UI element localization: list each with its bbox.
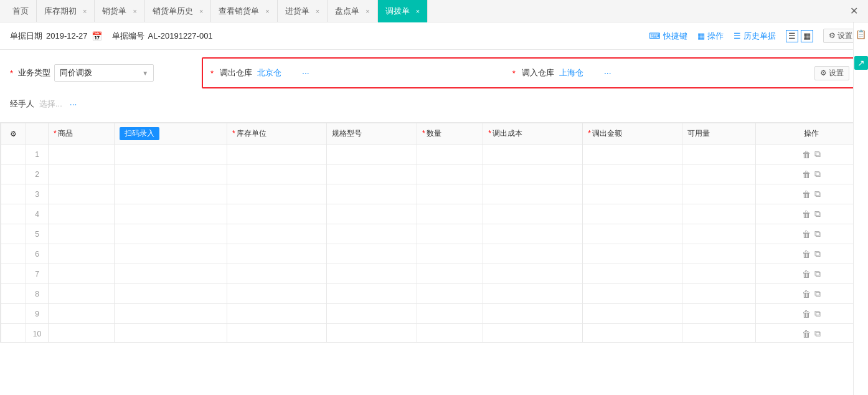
row-product-cell[interactable] — [49, 244, 115, 264]
copy-icon[interactable]: ⧉ — [814, 209, 821, 219]
tab-home[interactable]: 首页 — [5, 0, 37, 22]
row-product-cell[interactable] — [49, 164, 115, 184]
row-amount-cell[interactable] — [583, 264, 682, 284]
row-spec-cell[interactable] — [326, 145, 417, 164]
row-cost-cell[interactable] — [483, 184, 583, 204]
delete-icon[interactable]: 🗑 — [802, 269, 811, 279]
row-product-cell[interactable] — [49, 224, 115, 244]
row-amount-cell[interactable] — [583, 224, 682, 244]
row-amount-cell[interactable] — [583, 184, 682, 204]
row-quantity-cell[interactable] — [417, 184, 483, 204]
row-unit-cell[interactable] — [227, 284, 327, 304]
row-amount-cell[interactable] — [583, 164, 682, 184]
copy-icon[interactable]: ⧉ — [814, 229, 821, 239]
row-unit-cell[interactable] — [227, 264, 327, 284]
calendar-icon[interactable]: 📅 — [92, 31, 102, 41]
row-cost-cell[interactable] — [483, 224, 583, 244]
row-cost-cell[interactable] — [483, 164, 583, 184]
layout-list-button[interactable]: ☰ — [786, 30, 798, 42]
row-amount-cell[interactable] — [583, 284, 682, 304]
row-product-cell[interactable] — [49, 204, 115, 224]
row-cost-cell[interactable] — [483, 264, 583, 284]
row-spec-cell[interactable] — [326, 244, 417, 264]
copy-icon[interactable]: ⧉ — [814, 288, 821, 299]
row-quantity-cell[interactable] — [417, 145, 483, 164]
delete-icon[interactable]: 🗑 — [802, 169, 811, 179]
business-type-select[interactable]: 同价调拨 ▼ — [54, 64, 154, 82]
row-cost-cell[interactable] — [483, 244, 583, 264]
row-amount-cell[interactable] — [583, 145, 682, 164]
row-spec-cell[interactable] — [326, 184, 417, 204]
row-quantity-cell[interactable] — [417, 324, 483, 343]
row-spec-cell[interactable] — [326, 164, 417, 184]
row-quantity-cell[interactable] — [417, 304, 483, 324]
row-amount-cell[interactable] — [583, 244, 682, 264]
tab-sales-history[interactable]: 销货单历史 × — [145, 0, 211, 22]
row-quantity-cell[interactable] — [417, 164, 483, 184]
row-unit-cell[interactable] — [227, 324, 327, 343]
delete-icon[interactable]: 🗑 — [802, 329, 811, 339]
copy-icon[interactable]: ⧉ — [814, 328, 821, 339]
row-spec-cell[interactable] — [326, 264, 417, 284]
copy-icon[interactable]: ⧉ — [814, 189, 821, 199]
delete-icon[interactable]: 🗑 — [802, 229, 811, 239]
warehouse-out-more-button[interactable]: ··· — [300, 68, 312, 78]
delete-icon[interactable]: 🗑 — [802, 150, 811, 159]
delete-icon[interactable]: 🗑 — [802, 209, 811, 219]
tab-inventory-init[interactable]: 库存期初 × — [37, 0, 95, 22]
row-unit-cell[interactable] — [227, 204, 327, 224]
row-amount-cell[interactable] — [583, 204, 682, 224]
row-amount-cell[interactable] — [583, 324, 682, 343]
layout-grid-button[interactable]: ▦ — [801, 30, 813, 42]
row-quantity-cell[interactable] — [417, 204, 483, 224]
handler-select[interactable]: 选择... — [39, 98, 62, 110]
shortcuts-button[interactable]: ⌨ 快捷键 — [649, 31, 687, 42]
row-unit-cell[interactable] — [227, 164, 327, 184]
copy-icon[interactable]: ⧉ — [814, 149, 821, 159]
row-product-cell[interactable] — [49, 324, 115, 343]
row-product-cell[interactable] — [49, 145, 115, 164]
tab-purchase-order-close[interactable]: × — [316, 7, 319, 15]
history-button[interactable]: ☰ 历史单据 — [734, 31, 776, 42]
row-spec-cell[interactable] — [326, 224, 417, 244]
copy-icon[interactable]: ⧉ — [814, 249, 821, 259]
copy-icon[interactable]: ⧉ — [814, 269, 821, 279]
delete-icon[interactable]: 🗑 — [802, 249, 811, 259]
tab-view-sales[interactable]: 查看销货单 × — [211, 0, 277, 22]
row-product-cell[interactable] — [49, 264, 115, 284]
tab-view-sales-close[interactable]: × — [265, 7, 269, 15]
row-product-cell[interactable] — [49, 184, 115, 204]
row-quantity-cell[interactable] — [417, 224, 483, 244]
delete-icon[interactable]: 🗑 — [802, 309, 811, 319]
tab-sales-order-close[interactable]: × — [133, 7, 136, 15]
row-product-cell[interactable] — [49, 304, 115, 324]
row-spec-cell[interactable] — [326, 324, 417, 343]
row-unit-cell[interactable] — [227, 224, 327, 244]
sidebar-document-icon[interactable]: 📋 — [854, 27, 868, 41]
tab-transfer-order[interactable]: 调拨单 × — [378, 0, 428, 22]
operations-button[interactable]: ▦ 操作 — [697, 31, 724, 42]
date-value[interactable]: 2019-12-27 — [46, 31, 88, 40]
tab-purchase-order[interactable]: 进货单 × — [278, 0, 328, 22]
row-product-cell[interactable] — [49, 284, 115, 304]
row-quantity-cell[interactable] — [417, 244, 483, 264]
row-quantity-cell[interactable] — [417, 284, 483, 304]
scan-button[interactable]: 扫码录入 — [120, 127, 159, 140]
row-unit-cell[interactable] — [227, 145, 327, 164]
delete-icon[interactable]: 🗑 — [802, 189, 811, 199]
window-close-button[interactable]: ✕ — [845, 5, 863, 17]
copy-icon[interactable]: ⧉ — [814, 308, 821, 319]
row-unit-cell[interactable] — [227, 244, 327, 264]
copy-icon[interactable]: ⧉ — [814, 169, 821, 179]
th-gear[interactable]: ⚙ — [1, 123, 26, 145]
sidebar-expand-icon[interactable]: ↗ — [854, 56, 868, 70]
row-amount-cell[interactable] — [583, 304, 682, 324]
delete-icon[interactable]: 🗑 — [802, 289, 811, 299]
row-cost-cell[interactable] — [483, 324, 583, 343]
row-unit-cell[interactable] — [227, 304, 327, 324]
tab-inventory-check[interactable]: 盘点单 × — [328, 0, 377, 22]
row-quantity-cell[interactable] — [417, 264, 483, 284]
tab-inventory-init-close[interactable]: × — [83, 7, 87, 15]
row-spec-cell[interactable] — [326, 284, 417, 304]
row-unit-cell[interactable] — [227, 184, 327, 204]
